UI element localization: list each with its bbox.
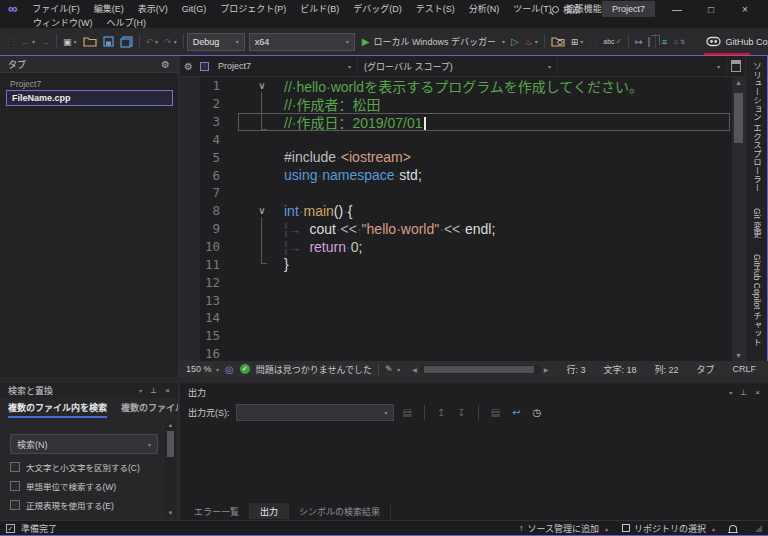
- resize-grip[interactable]: ◢: [755, 523, 762, 533]
- navigate-forward-icon[interactable]: →: [38, 37, 53, 47]
- tab-mode-indicator[interactable]: タブ: [690, 363, 720, 376]
- navigate-back-icon[interactable]: ←▾: [18, 37, 38, 47]
- side-tab[interactable]: ソリューション エクスプローラー: [751, 62, 763, 192]
- scroll-right-icon[interactable]: ▶: [544, 366, 549, 373]
- line-number[interactable]: 4: [180, 132, 240, 147]
- line-indicator[interactable]: 行: 3: [560, 363, 591, 376]
- spell-checker-icon[interactable]: abc✓: [600, 37, 625, 46]
- line-number[interactable]: 6: [180, 168, 240, 183]
- ink-toolbar-icon[interactable]: ✎ ▾: [385, 364, 400, 374]
- chevron-down-icon[interactable]: ▾: [729, 389, 732, 396]
- code-line[interactable]: 7: [180, 184, 745, 202]
- line-number[interactable]: 15: [180, 328, 240, 343]
- scrollbar-thumb[interactable]: [167, 431, 174, 457]
- code-line[interactable]: 15: [180, 327, 745, 345]
- line-number[interactable]: 13: [180, 293, 240, 308]
- fold-arrow-icon[interactable]: ∨: [240, 80, 284, 91]
- save-all-icon[interactable]: [117, 36, 136, 48]
- close-icon[interactable]: ×: [755, 388, 760, 397]
- zoom-dropdown[interactable]: 150 % ▾: [186, 364, 219, 374]
- copy-icon[interactable]: [648, 37, 650, 47]
- tab-replace-in-files[interactable]: 複数のファイルで置: [121, 401, 178, 414]
- solution-config-combobox[interactable]: Debug▾: [187, 33, 245, 51]
- bottom-tab-シンボルの検索結果[interactable]: シンボルの検索結果: [289, 503, 391, 519]
- line-number[interactable]: 2: [180, 96, 240, 111]
- line-number[interactable]: 10: [180, 239, 240, 254]
- eol-indicator[interactable]: CRLF: [726, 364, 762, 374]
- minimize-button[interactable]: —: [660, 1, 694, 17]
- split-window-icon[interactable]: [731, 60, 741, 72]
- scope-dropdown[interactable]: (グローバル スコープ) ▾: [358, 56, 558, 76]
- previous-message-icon[interactable]: ↥: [434, 407, 448, 418]
- gear-icon[interactable]: ⚙: [161, 59, 170, 70]
- project-dropdown[interactable]: Project7 ▾: [212, 56, 358, 76]
- code-line[interactable]: 6using·namespace·std;: [180, 166, 745, 184]
- find-option-row[interactable]: 大文字と小文字を区別する(C): [10, 461, 140, 473]
- line-number[interactable]: 8: [180, 203, 240, 218]
- code-line[interactable]: 14: [180, 309, 745, 327]
- side-tab[interactable]: Git 変更: [751, 208, 763, 238]
- code-line[interactable]: 13: [180, 291, 745, 309]
- output-source-combobox[interactable]: ▾: [236, 404, 394, 421]
- menu-item[interactable]: 表示(V): [131, 2, 175, 15]
- select-repository-button[interactable]: リポジトリの選択 ▴: [622, 522, 715, 535]
- title-search-box[interactable]: 検索 ▾: [552, 2, 590, 16]
- tab-find-in-files[interactable]: 複数のファイル内を検索: [8, 401, 107, 418]
- horizontal-scrollbar[interactable]: ◀ ▶: [412, 364, 548, 374]
- line-number[interactable]: 16: [180, 346, 240, 361]
- notifications-bell-icon[interactable]: [729, 525, 737, 532]
- code-line[interactable]: 5#include·<iostream>: [180, 148, 745, 166]
- scrollbar-thumb[interactable]: [424, 366, 534, 373]
- menu-item[interactable]: 分析(N): [462, 2, 507, 15]
- maximize-button[interactable]: □: [694, 1, 728, 17]
- find-option-row[interactable]: 正規表現を使用する(E): [10, 499, 140, 511]
- code-editor[interactable]: 1∨//·hello·worldを表示するプログラムを作成してください。2//·…: [180, 77, 745, 361]
- find-in-files-icon[interactable]: [548, 36, 568, 47]
- next-message-icon[interactable]: ↧: [454, 407, 468, 418]
- navigate-to-icon[interactable]: ↦: [632, 37, 646, 47]
- line-number[interactable]: 1: [180, 78, 240, 93]
- menu-item[interactable]: テスト(S): [409, 2, 462, 15]
- toolbar-drag-handle[interactable]: ⋮⋮: [4, 37, 16, 46]
- gear-icon[interactable]: ⚙: [180, 61, 197, 72]
- document-tab-filename[interactable]: FileName.cpp: [6, 90, 173, 106]
- list-members-icon[interactable]: ≡: [659, 37, 670, 47]
- menu-item[interactable]: ヘルプ(H): [100, 16, 154, 29]
- open-folder-icon[interactable]: [80, 36, 100, 47]
- new-project-icon[interactable]: ▣▾: [60, 37, 80, 47]
- start-without-debug-icon[interactable]: ▷: [508, 36, 522, 47]
- checkbox[interactable]: [10, 462, 20, 472]
- member-dropdown[interactable]: ▾: [558, 56, 727, 76]
- line-number[interactable]: 11: [180, 257, 240, 272]
- menu-item[interactable]: ファイル(F): [25, 2, 87, 15]
- column-indicator[interactable]: 列: 22: [648, 363, 684, 376]
- clear-all-icon[interactable]: ▤: [488, 407, 503, 418]
- problems-status[interactable]: 問題は見つかりませんでした: [256, 363, 372, 376]
- clear-output-icon[interactable]: ▤: [400, 407, 415, 418]
- live-share-icon[interactable]: ◎: [225, 364, 234, 375]
- menu-item[interactable]: Git(G): [175, 4, 214, 14]
- fold-arrow-icon[interactable]: ∨: [240, 205, 284, 216]
- vertical-scrollbar[interactable]: ▲ ▼: [732, 77, 745, 361]
- checkbox[interactable]: [10, 500, 20, 510]
- code-line[interactable]: 16: [180, 345, 745, 361]
- undo-icon[interactable]: ↶▾: [143, 37, 162, 47]
- menu-item[interactable]: ビルド(B): [293, 2, 346, 15]
- menu-item[interactable]: プロジェクト(P): [213, 2, 293, 15]
- save-icon[interactable]: [100, 36, 117, 47]
- pin-icon[interactable]: ⊥: [150, 386, 157, 395]
- scroll-up-icon[interactable]: ▲: [732, 79, 745, 86]
- bottom-tab-出力[interactable]: 出力: [250, 503, 289, 519]
- redo-icon[interactable]: ↷▾: [161, 37, 180, 47]
- github-copilot-button[interactable]: GitHub Copilot: [702, 36, 768, 47]
- bottom-tab-エラー一覧[interactable]: エラー一覧: [184, 503, 250, 519]
- toolbar-drag-handle[interactable]: ⋮⋮: [586, 37, 598, 46]
- chevron-down-icon[interactable]: ▾: [139, 387, 142, 394]
- platform-combobox[interactable]: x64▾: [249, 33, 355, 51]
- find-option-row[interactable]: 単語単位で検索する(W): [10, 480, 140, 492]
- sort-lines-icon[interactable]: ≡⇅: [670, 37, 688, 47]
- line-number[interactable]: 12: [180, 275, 240, 290]
- find-search-dropdown[interactable]: 検索(N) ▾: [10, 434, 158, 454]
- side-tab[interactable]: GitHub Copilot チャット: [751, 254, 763, 346]
- line-number[interactable]: 3: [180, 114, 240, 129]
